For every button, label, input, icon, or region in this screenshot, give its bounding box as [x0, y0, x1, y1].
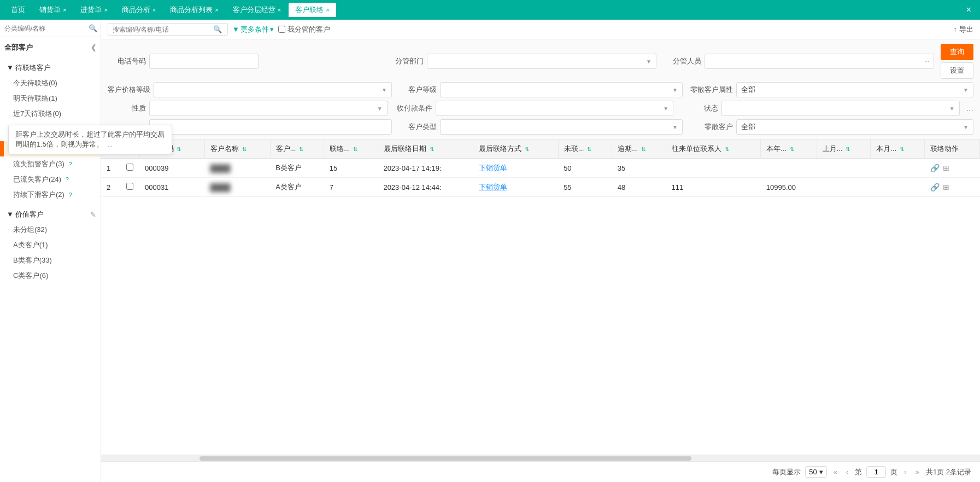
nav-customer-segment[interactable]: 客户分层经营 × — [226, 3, 287, 17]
nav-analysis[interactable]: 商品分析 × — [115, 3, 162, 17]
year-sort-icon[interactable]: ⇅ — [790, 146, 794, 152]
sidebar-pending-group[interactable]: ▼ 待联络客户 — [0, 60, 101, 76]
nav-sales-close[interactable]: × — [63, 7, 66, 13]
filter-search-input[interactable] — [113, 26, 211, 33]
filter-more-dots[interactable]: ... — [966, 103, 973, 113]
row2-name[interactable]: ████ — [205, 178, 271, 197]
filter-row-1: 电话号码 分管部门 ▼ 分管人员 ··· — [108, 44, 973, 79]
already-lost-info-icon[interactable]: ? — [66, 176, 69, 183]
nav-analysis-list-close[interactable]: × — [215, 7, 218, 13]
sidebar-c-customers[interactable]: C类客户(6) — [0, 268, 101, 283]
gender-label: 性质 — [108, 103, 146, 113]
gender-select[interactable]: ▼ — [149, 101, 388, 116]
sidebar-collapse-icon[interactable]: ❮ — [91, 44, 96, 51]
nav-customer-contact-close[interactable]: × — [326, 7, 329, 13]
th-contact-label: 联络... — [330, 144, 350, 153]
row1-grid-icon[interactable]: ⊞ — [943, 164, 949, 172]
type-sort-icon[interactable]: ⇅ — [299, 146, 303, 152]
tooltip-more[interactable]: ... — [107, 141, 113, 148]
dept-select[interactable]: ▼ — [427, 54, 656, 69]
status-select[interactable]: ▼ — [721, 101, 960, 116]
unlinkable-sort-icon[interactable]: ⇅ — [587, 146, 591, 152]
nav-analysis-close[interactable]: × — [152, 7, 156, 13]
row2-link-icon[interactable]: 🔗 — [930, 183, 940, 191]
filter-price-level-field: 客户价格等级 ▼ — [108, 82, 392, 97]
sidebar-already-lost[interactable]: 已流失客户(24) ? — [0, 172, 101, 187]
prev-page-btn[interactable]: ‹ — [844, 467, 850, 477]
last-page-btn[interactable]: » — [913, 467, 922, 477]
sidebar-today-contact[interactable]: 今天待联络(0) — [0, 76, 101, 91]
sidebar-week-contact[interactable]: 近7天待联络(0) — [0, 106, 101, 121]
retail-customer-val: 全部 — [741, 122, 755, 132]
method-sort-icon[interactable]: ⇅ — [525, 146, 529, 152]
empty-select[interactable] — [149, 119, 392, 135]
my-customers-check[interactable] — [278, 26, 285, 33]
sidebar-lost-preview[interactable]: 流失预警客户(3) ? — [0, 156, 101, 172]
row1-last-method[interactable]: 下销货单 — [473, 159, 558, 178]
next-page-btn[interactable]: › — [902, 467, 908, 477]
month-sort-icon[interactable]: ⇅ — [900, 146, 904, 152]
row1-method-link[interactable]: 下销货单 — [479, 164, 507, 172]
nav-purchase-close[interactable]: × — [104, 7, 107, 13]
row2-grid-icon[interactable]: ⊞ — [943, 183, 949, 191]
row1-name[interactable]: ████ — [205, 159, 271, 178]
sidebar-a-customers[interactable]: A类客户(1) — [0, 237, 101, 253]
lost-preview-info-icon[interactable]: ? — [69, 161, 72, 167]
row2-check[interactable] — [126, 183, 133, 190]
th-method-label: 最后联络方式 — [479, 144, 521, 153]
query-btn[interactable]: 查询 — [941, 44, 973, 60]
customer-type-select[interactable]: ▼ — [440, 119, 683, 135]
declining-info-icon[interactable]: ? — [69, 191, 72, 198]
manager-select[interactable]: ··· — [705, 54, 934, 69]
manager-label: 分管人员 — [663, 56, 701, 66]
table-header-row: ⚙ 客户编码 ⇅ 客户名称 ⇅ — [101, 140, 980, 159]
sidebar-declining[interactable]: 持续下滑客户(2) ? — [0, 187, 101, 202]
lmonth-sort-icon[interactable]: ⇅ — [846, 146, 850, 152]
nav-customer-segment-label: 客户分层经营 — [233, 5, 275, 15]
nav-customer-segment-close[interactable]: × — [278, 7, 281, 13]
value-edit-icon[interactable]: ✎ — [90, 211, 96, 219]
sidebar-ungrouped[interactable]: 未分组(32) — [0, 222, 101, 237]
retail-attr-select[interactable]: 全部 ▼ — [736, 82, 973, 97]
name-sort-icon[interactable]: ⇅ — [242, 146, 247, 152]
sidebar-b-customers[interactable]: B类客户(33) — [0, 253, 101, 268]
page-prefix-label: 第 — [855, 467, 862, 477]
page-number-input[interactable] — [866, 466, 886, 478]
price-level-select[interactable]: ▼ — [154, 82, 392, 97]
nav-analysis-list[interactable]: 商品分析列表 × — [163, 3, 225, 17]
scrollbar-thumb[interactable] — [199, 456, 691, 461]
sidebar-tomorrow-contact[interactable]: 明天待联络(1) — [0, 91, 101, 106]
sidebar-value-group[interactable]: ▼ 价值客户 ✎ — [0, 207, 101, 222]
row2-method-link[interactable]: 下销货单 — [479, 183, 507, 191]
phone-input[interactable] — [149, 54, 259, 69]
code-sort-icon[interactable]: ⇅ — [177, 146, 181, 152]
date-sort-icon[interactable]: ⇅ — [430, 146, 434, 152]
settings-btn[interactable]: 设置 — [941, 62, 973, 79]
nav-sales[interactable]: 销货单 × — [33, 3, 73, 17]
first-page-btn[interactable]: « — [831, 467, 840, 477]
payment-select[interactable]: ▼ — [436, 101, 674, 116]
filter-more-btn[interactable]: ▼ 更多条件 ▾ — [232, 25, 274, 34]
row2-last-method[interactable]: 下销货单 — [473, 178, 558, 197]
person-sort-icon[interactable]: ⇅ — [725, 146, 729, 152]
nav-home[interactable]: 首页 — [4, 3, 32, 17]
overdue-sort-icon[interactable]: ⇅ — [641, 146, 645, 152]
my-customers-checkbox[interactable]: 我分管的客户 — [278, 25, 330, 34]
sidebar-all-customers[interactable]: 全部客户 ❮ — [0, 39, 101, 56]
row1-check[interactable] — [126, 164, 133, 171]
nav-customer-contact[interactable]: 客户联络 × — [289, 3, 336, 17]
customer-level-select[interactable]: ▼ — [440, 82, 683, 97]
horizontal-scrollbar[interactable] — [101, 455, 980, 461]
export-btn[interactable]: ↑ 导出 — [954, 25, 974, 34]
filter-search-icon[interactable]: 🔍 — [213, 25, 222, 33]
value-label: ▼ 价值客户 — [7, 210, 44, 219]
top-nav: 首页 销货单 × 进货单 × 商品分析 × 商品分析列表 × 客户分层经营 × … — [0, 0, 980, 20]
row2-overdue: 48 — [612, 178, 666, 197]
nav-purchase[interactable]: 进货单 × — [74, 3, 114, 17]
contact-sort-icon[interactable]: ⇅ — [353, 146, 357, 152]
row1-link-icon[interactable]: 🔗 — [930, 164, 940, 172]
retail-customer-select[interactable]: 全部 ▼ — [736, 119, 973, 135]
page-size-select[interactable]: 50 ▾ — [805, 466, 826, 478]
sidebar-search-input[interactable] — [4, 25, 86, 32]
window-close-btn[interactable]: × — [962, 5, 976, 15]
